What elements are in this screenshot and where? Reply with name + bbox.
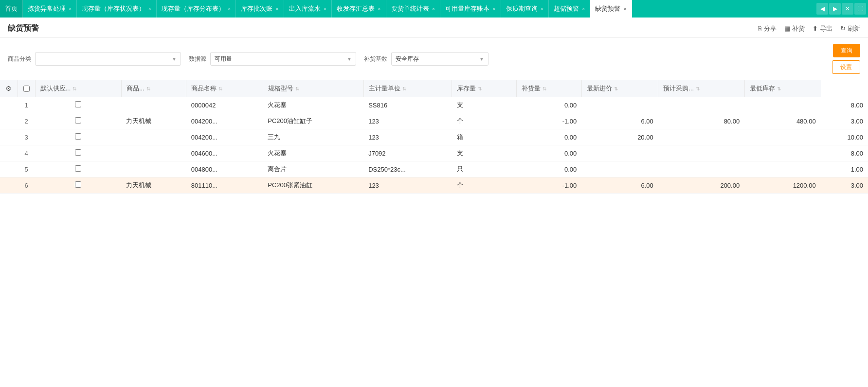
datasource-filter-group: 数据源 可用量 ▼	[189, 52, 356, 66]
th-unit[interactable]: 主计量单位 ⇅	[363, 80, 452, 97]
gear-icon[interactable]: ⚙	[5, 85, 12, 92]
row-product-code: 004600...	[186, 145, 263, 161]
tab-close-要货单统计表[interactable]: ×	[432, 6, 435, 12]
header-actions: ⎘ 分享 ▦ 补货 ⬆ 导出 ↻ 刷新	[758, 24, 860, 33]
share-button[interactable]: ⎘ 分享	[758, 24, 777, 33]
row-supplier	[121, 97, 186, 113]
refresh-button[interactable]: ↻ 刷新	[840, 24, 860, 33]
replenish-select-value: 安全库存	[396, 55, 419, 63]
row-checkbox-cell	[35, 177, 121, 194]
row-stock: -1.00	[517, 113, 581, 129]
nav-tab-超储预警[interactable]: 超储预警×	[549, 0, 590, 18]
nav-tab-首页[interactable]: 首页	[0, 0, 23, 18]
nav-prev-button[interactable]: ◀	[816, 3, 828, 15]
row-stock: 0.00	[517, 145, 581, 161]
row-supplier: 力天机械	[121, 113, 186, 129]
row-checkbox[interactable]	[75, 149, 81, 156]
th-default-supplier[interactable]: 默认供应... ⇅	[35, 80, 121, 97]
refresh-icon: ↻	[840, 25, 846, 32]
row-spec: 123	[363, 113, 452, 129]
tab-close-拣货异常处理[interactable]: ×	[69, 6, 72, 12]
th-latest-price[interactable]: 最新进价 ⇅	[581, 80, 658, 97]
row-checkbox[interactable]	[75, 181, 81, 188]
replenish-select[interactable]: 安全库存 ▼	[391, 52, 488, 66]
row-checkbox[interactable]	[75, 165, 81, 172]
nav-tab-库存批次账[interactable]: 库存批次账×	[236, 0, 284, 18]
th-product-name[interactable]: 商品名称 ⇅	[186, 80, 263, 97]
nav-tab-缺货预警[interactable]: 缺货预警×	[590, 0, 632, 18]
th-stock[interactable]: 库存量 ⇅	[452, 80, 517, 97]
row-checkbox[interactable]	[75, 117, 81, 123]
row-supplier	[121, 129, 186, 145]
table-row: 6力天机械801110...PC200张紧油缸123个-1.006.00200.…	[0, 177, 868, 194]
row-checkbox[interactable]	[75, 101, 81, 107]
nav-tab-收发存汇总表[interactable]: 收发存汇总表×	[332, 0, 386, 18]
data-table: ⚙ 默认供应... ⇅	[0, 80, 868, 194]
replenish-select-arrow: ▼	[479, 56, 484, 62]
sort-icon-name: ⇅	[218, 86, 222, 91]
replenish-icon: ▦	[784, 25, 790, 32]
th-estimated-purchase[interactable]: 预计采购... ⇅	[658, 80, 744, 97]
row-estimated-purchase: 480.00	[744, 113, 820, 129]
row-checkbox[interactable]	[75, 133, 81, 140]
table-row: 5004800...离合片DS250*23c...只0.001.00	[0, 161, 868, 177]
select-all-checkbox[interactable]	[23, 86, 30, 92]
category-select[interactable]: ▼	[35, 52, 181, 66]
row-checkbox-cell	[35, 97, 121, 113]
tab-close-缺货预警[interactable]: ×	[623, 6, 626, 12]
row-product-code: 004200...	[186, 113, 263, 129]
row-estimated-purchase	[744, 161, 820, 177]
category-label: 商品分类	[8, 55, 31, 63]
nav-tab-出入库流水[interactable]: 出入库流水×	[284, 0, 332, 18]
tab-close-超储预警[interactable]: ×	[582, 6, 585, 12]
table-container: ⚙ 默认供应... ⇅	[0, 80, 868, 194]
row-gear-cell	[0, 161, 18, 177]
tab-close-现存量（库存状况表）[interactable]: ×	[148, 6, 151, 12]
settings-button[interactable]: 设置	[832, 60, 860, 74]
tab-close-收发存汇总表[interactable]: ×	[378, 6, 380, 12]
datasource-select[interactable]: 可用量 ▼	[210, 52, 356, 66]
nav-tab-要货单统计表[interactable]: 要货单统计表×	[386, 0, 440, 18]
nav-tab-可用量库存账本[interactable]: 可用量库存账本×	[440, 0, 501, 18]
nav-tab-现存量（库存状况表）[interactable]: 现存量（库存状况表）×	[77, 0, 156, 18]
tab-close-保质期查询[interactable]: ×	[541, 6, 543, 12]
row-replenish-qty: 6.00	[581, 113, 658, 129]
replenish-button[interactable]: ▦ 补货	[784, 24, 805, 33]
share-icon: ⎘	[758, 25, 762, 32]
row-number: 6	[18, 177, 35, 194]
nav-tab-拣货异常处理[interactable]: 拣货异常处理×	[23, 0, 77, 18]
query-button[interactable]: 查询	[833, 44, 860, 57]
nav-tab-保质期查询[interactable]: 保质期查询×	[501, 0, 549, 18]
th-min-stock[interactable]: 最低库存 ⇅	[744, 80, 820, 97]
row-checkbox-cell	[35, 129, 121, 145]
table-row: 10000042火花塞SS816支0.008.00	[0, 97, 868, 113]
tab-close-现存量（库存分布表）[interactable]: ×	[228, 6, 231, 12]
replenish-label: 补货基数	[364, 55, 387, 63]
row-latest-price	[658, 161, 744, 177]
filter-row-1: 查询	[833, 44, 860, 57]
row-unit: 个	[452, 113, 517, 129]
row-replenish-qty	[581, 97, 658, 113]
sort-icon-unit: ⇅	[402, 86, 406, 91]
nav-maximize-button[interactable]: ⛶	[854, 3, 866, 15]
row-checkbox-cell	[35, 113, 121, 129]
row-supplier	[121, 145, 186, 161]
th-spec[interactable]: 规格型号 ⇅	[263, 80, 363, 97]
tab-close-可用量库存账本[interactable]: ×	[492, 6, 495, 12]
export-button[interactable]: ⬆ 导出	[813, 24, 832, 33]
row-number: 5	[18, 161, 35, 177]
th-replenish-qty[interactable]: 补货量 ⇅	[517, 80, 581, 97]
th-product-code[interactable]: 商品... ⇅	[121, 80, 186, 97]
sort-icon-stock: ⇅	[478, 86, 482, 91]
nav-close-button[interactable]: ✕	[842, 3, 853, 15]
tab-close-库存批次账[interactable]: ×	[275, 6, 278, 12]
sort-icon-spec: ⇅	[295, 86, 299, 91]
row-spec: 123	[363, 129, 452, 145]
row-estimated-purchase	[744, 97, 820, 113]
sort-icon-price: ⇅	[614, 86, 618, 91]
row-number: 2	[18, 113, 35, 129]
row-unit: 支	[452, 145, 517, 161]
tab-close-出入库流水[interactable]: ×	[324, 6, 326, 12]
nav-next-button[interactable]: ▶	[829, 3, 841, 15]
nav-tab-现存量（库存分布表）[interactable]: 现存量（库存分布表）×	[157, 0, 236, 18]
